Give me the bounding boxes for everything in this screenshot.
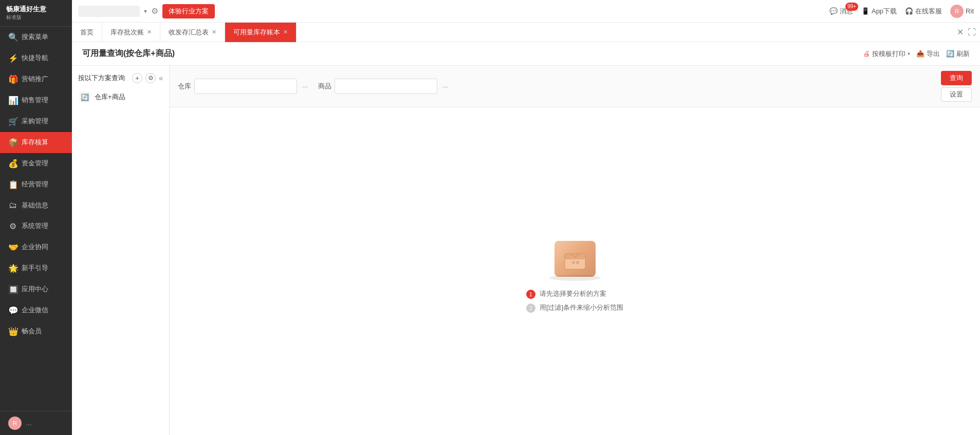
svg-point-4: [576, 261, 579, 264]
sidebar-item-operation[interactable]: 📋 经营管理: [0, 174, 72, 195]
sidebar-item-inventory[interactable]: 📦 库存核算: [0, 132, 72, 153]
warehouse-more-btn[interactable]: ···: [300, 83, 310, 90]
sidebar-item-label: 基础信息: [22, 201, 48, 210]
search-icon: 🔍: [8, 32, 17, 42]
sidebar-item-basics[interactable]: 🗂 基础信息: [0, 195, 72, 216]
filter-header: 按以下方案查询 + ⚙ «: [72, 71, 169, 87]
filter-actions: + ⚙ «: [132, 73, 163, 83]
sidebar-item-member[interactable]: 👑 畅会员: [0, 321, 72, 342]
app-icon: 📱: [861, 7, 870, 15]
money-icon: 💰: [8, 159, 17, 168]
sidebar-item-label: 经营管理: [22, 180, 48, 189]
sidebar-item-wechat[interactable]: 💬 企业微信: [0, 300, 72, 321]
print-btn[interactable]: 🖨 按模板打印 ▾: [863, 49, 910, 59]
filter-settings-button[interactable]: ⚙: [145, 73, 156, 83]
query-settings-button[interactable]: 设置: [941, 87, 972, 102]
goods-input[interactable]: [335, 79, 437, 94]
tabbar-right: ✕ ⛶: [957, 27, 980, 37]
topbar-search-input[interactable]: [78, 6, 140, 17]
filter-collapse-icon[interactable]: «: [159, 74, 163, 82]
hint-num-1: 1: [526, 290, 535, 299]
query-filters: 仓库 ··· 商品 ··· 查询 设置: [170, 66, 980, 107]
query-btns: 查询 设置: [941, 71, 972, 102]
tab-summary-close[interactable]: ✕: [212, 29, 216, 35]
hint-num-2: 2: [526, 304, 535, 313]
box-icon: 📦: [8, 138, 17, 147]
gift-icon: 🎁: [8, 74, 17, 84]
export-icon: 📤: [916, 50, 924, 58]
user-avatar: R: [8, 417, 22, 430]
chat-icon: 💬: [8, 306, 17, 315]
filter-item-warehouse-goods[interactable]: 🔄 仓库+商品: [72, 87, 169, 107]
topbar-app-btn[interactable]: 📱 App下载: [861, 7, 897, 16]
refresh-btn[interactable]: 🔄 刷新: [946, 49, 970, 59]
topbar-user[interactable]: R Rit: [950, 5, 974, 18]
sidebar-bottom[interactable]: R …: [0, 411, 72, 435]
empty-shadow: [549, 275, 601, 281]
refresh-label: 刷新: [956, 49, 970, 59]
filter-item-icon: 🔄: [79, 91, 90, 103]
tab-batch[interactable]: 库存批次账 ✕: [102, 23, 160, 42]
handshake-icon: 🤝: [8, 242, 17, 252]
user-avatar: R: [950, 5, 964, 18]
topbar-service-label: 在线客服: [915, 7, 942, 16]
query-panel: 仓库 ··· 商品 ··· 查询 设置: [170, 66, 980, 435]
folder-icon: 🗂: [8, 201, 17, 210]
sidebar-logo: 畅康通好生意 标准版: [0, 0, 72, 27]
warehouse-input[interactable]: [194, 79, 297, 94]
tab-summary[interactable]: 收发存汇总表 ✕: [160, 23, 225, 42]
empty-hint: 1 请先选择要分析的方案 2 用[过滤]条件来缩小分析范围: [526, 289, 623, 317]
export-label: 导出: [927, 49, 940, 59]
warehouse-filter-field: 仓库 ···: [178, 79, 310, 94]
sidebar-item-label: 系统管理: [22, 221, 48, 231]
sidebar-item-marketing[interactable]: 🎁 营销推广: [0, 69, 72, 90]
filter-panel: 按以下方案查询 + ⚙ « 🔄 仓库+商品: [72, 66, 170, 435]
tab-batch-close[interactable]: ✕: [147, 29, 152, 35]
chart-icon: 📊: [8, 96, 17, 105]
filter-add-button[interactable]: +: [132, 73, 142, 83]
topbar-right: 💬 消息 99+ 📱 App下载 🎧 在线客服 R Rit: [829, 5, 974, 18]
sidebar-item-label: 企业微信: [22, 306, 48, 315]
svg-point-3: [572, 261, 575, 264]
sidebar-item-search[interactable]: 🔍 搜索菜单: [0, 27, 72, 48]
filter-item-label: 仓库+商品: [95, 92, 125, 102]
industry-btn[interactable]: 体验行业方案: [162, 4, 215, 18]
sidebar: 畅康通好生意 标准版 🔍 搜索菜单 ⚡ 快捷导航 🎁 营销推广 📊 销售管理 🛒…: [0, 0, 72, 435]
sidebar-item-label: 采购管理: [22, 117, 48, 126]
lightning-icon: ⚡: [8, 53, 17, 63]
filter-header-label: 按以下方案查询: [78, 73, 125, 83]
tab-available-close[interactable]: ✕: [283, 29, 288, 35]
tabbar-close-icon[interactable]: ✕: [957, 27, 964, 37]
sidebar-item-shortcut[interactable]: ⚡ 快捷导航: [0, 48, 72, 69]
sidebar-item-apps[interactable]: 🔲 应用中心: [0, 279, 72, 300]
sidebar-item-system[interactable]: ⚙ 系统管理: [0, 216, 72, 237]
empty-box: [554, 241, 596, 277]
print-dropdown-icon[interactable]: ▾: [908, 51, 910, 56]
empty-hint-text-2: 用[过滤]条件来缩小分析范围: [540, 303, 623, 312]
topbar-username: Rit: [966, 7, 974, 15]
topbar-app-label: App下载: [872, 7, 897, 16]
sidebar-item-label: 销售管理: [22, 96, 48, 105]
sidebar-item-enterprise[interactable]: 🤝 企业协同: [0, 237, 72, 258]
tab-home[interactable]: 首页: [72, 23, 102, 42]
sidebar-item-newbie[interactable]: 🌟 新手引导: [0, 258, 72, 279]
sidebar-item-label: 资金管理: [22, 159, 48, 168]
sidebar-item-purchase[interactable]: 🛒 采购管理: [0, 111, 72, 132]
query-button[interactable]: 查询: [941, 71, 972, 85]
dropdown-icon[interactable]: ▾: [144, 8, 147, 15]
content-area: 按以下方案查询 + ⚙ « 🔄 仓库+商品 仓库 ···: [72, 66, 980, 435]
warehouse-label: 仓库: [178, 82, 191, 91]
sidebar-item-sales[interactable]: 📊 销售管理: [0, 90, 72, 111]
sidebar-item-label: 企业协同: [22, 242, 48, 252]
topbar-msg-btn[interactable]: 💬 消息 99+: [829, 7, 853, 16]
tab-available[interactable]: 可用量库存账本 ✕: [225, 23, 297, 42]
goods-more-btn[interactable]: ···: [440, 83, 450, 90]
topbar-service-btn[interactable]: 🎧 在线客服: [905, 7, 942, 16]
topbar-gear-icon[interactable]: ⚙: [151, 6, 158, 16]
export-btn[interactable]: 📤 导出: [916, 49, 940, 59]
empty-hint-item-1: 1 请先选择要分析的方案: [526, 289, 623, 299]
sidebar-item-finance[interactable]: 💰 资金管理: [0, 153, 72, 174]
goods-filter-field: 商品 ···: [318, 79, 450, 94]
star-icon: 🌟: [8, 263, 17, 273]
tabbar-expand-icon[interactable]: ⛶: [968, 28, 976, 37]
